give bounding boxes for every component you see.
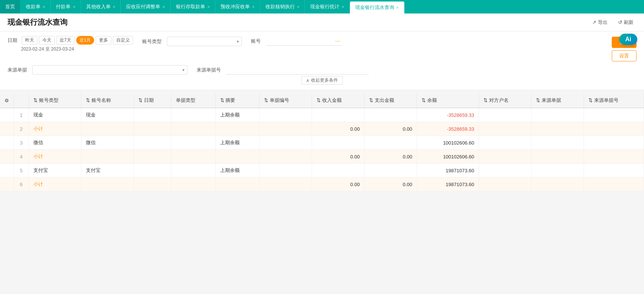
export-button[interactable]: ↗ 导出 xyxy=(589,18,611,27)
nav-bank-deposit[interactable]: 银行存取款单 × xyxy=(171,0,215,13)
data-table: ⚙ ⇅ 账号类型 ⇅ 账号名称 ⇅ 日期 单据类型 ⇅ xyxy=(0,93,644,191)
close-other-income-icon[interactable]: × xyxy=(113,4,115,9)
col-source-doc[interactable]: ⇅ 来源单据 xyxy=(531,93,584,108)
close-shoukuan-icon[interactable]: × xyxy=(43,4,45,9)
col-doc-type: 单据类型 xyxy=(171,93,216,108)
header-actions: ↗ 导出 ↺ 刷新 xyxy=(589,18,636,27)
source-filter-row: 来源单据 来源单据号 xyxy=(8,65,636,75)
account-input[interactable] xyxy=(266,37,333,45)
row-date xyxy=(134,164,171,178)
row-counterpart xyxy=(479,136,531,150)
collapse-button[interactable]: ∧ 收起更多条件 xyxy=(301,76,343,85)
col-income[interactable]: ⇅ 收入金额 xyxy=(312,93,365,108)
row-num: 1 xyxy=(14,108,29,122)
col-account-name[interactable]: ⇅ 账号名称 xyxy=(81,93,134,108)
nav-advance[interactable]: 预收冲应收单 × xyxy=(215,0,260,13)
refresh-icon: ↺ xyxy=(618,19,622,25)
row-account-type: 支付宝 xyxy=(29,164,81,178)
settings-button[interactable]: 设置 xyxy=(612,50,636,61)
close-bank-deposit-icon[interactable]: × xyxy=(207,4,210,9)
nav-cash-stats[interactable]: 现金银行统计 × xyxy=(305,0,350,13)
col-num xyxy=(14,93,29,108)
row-expense: 0.00 xyxy=(365,122,417,136)
row-doc-num xyxy=(260,108,312,122)
nav-collection[interactable]: 收款核销执行 × xyxy=(260,0,305,13)
close-fukuan-icon[interactable]: × xyxy=(73,4,75,9)
close-advance-icon[interactable]: × xyxy=(252,4,254,9)
row-source-doc-num xyxy=(584,108,644,122)
row-counterpart xyxy=(479,178,531,191)
col-account-type[interactable]: ⇅ 账号类型 xyxy=(29,93,81,108)
col-balance[interactable]: ⇅ 余额 xyxy=(417,93,479,108)
row-num: 3 xyxy=(14,136,29,150)
account-dots-button[interactable]: ··· xyxy=(333,38,341,45)
row-doc-type xyxy=(171,178,216,191)
row-account-name: 微信 xyxy=(81,136,134,150)
row-num: 4 xyxy=(14,150,29,164)
date-more[interactable]: 更多 xyxy=(96,36,111,45)
table-row: 4 小计 0.00 0.00 100102606.60 xyxy=(0,150,644,164)
nav-adjustment[interactable]: 应收应付调整单 × xyxy=(121,0,170,13)
row-source-doc xyxy=(531,178,584,191)
row-num: 5 xyxy=(14,164,29,178)
col-expense[interactable]: ⇅ 支出金额 xyxy=(365,93,417,108)
col-date[interactable]: ⇅ 日期 xyxy=(134,93,171,108)
col-doc-num[interactable]: ⇅ 单据编号 xyxy=(260,93,312,108)
ai-badge[interactable]: Ai xyxy=(619,34,637,45)
row-gear xyxy=(0,164,14,178)
table-container: ⚙ ⇅ 账号类型 ⇅ 账号名称 ⇅ 日期 单据类型 ⇅ xyxy=(0,93,644,191)
account-type-select[interactable] xyxy=(167,37,242,46)
col-summary[interactable]: ⇅ 摘要 xyxy=(215,93,260,108)
row-source-doc xyxy=(531,122,584,136)
row-gear xyxy=(0,136,14,150)
row-expense xyxy=(365,136,417,150)
row-date xyxy=(134,136,171,150)
source-doc-label: 来源单据 xyxy=(8,67,27,73)
row-summary: 上期余额 xyxy=(215,164,260,178)
col-source-doc-num[interactable]: ⇅ 来源单据号 xyxy=(584,93,644,108)
row-source-doc xyxy=(531,108,584,122)
nav-fukuan[interactable]: 付款单 × xyxy=(51,0,81,13)
nav-other-income[interactable]: 其他收入单 × xyxy=(81,0,121,13)
row-doc-type xyxy=(171,122,216,136)
source-doc-num-input[interactable] xyxy=(226,66,369,75)
close-cash-flow-icon[interactable]: × xyxy=(396,5,399,10)
row-balance: -3528659.33 xyxy=(417,108,479,122)
nav-home[interactable]: 首页 xyxy=(0,0,21,13)
row-balance: 100102606.60 xyxy=(417,136,479,150)
date-7days[interactable]: 近7天 xyxy=(56,36,75,45)
row-expense: 0.00 xyxy=(365,150,417,164)
row-date xyxy=(134,108,171,122)
row-account-name: 现金 xyxy=(81,108,134,122)
row-num: 6 xyxy=(14,178,29,191)
date-1month[interactable]: 近1月 xyxy=(76,36,95,45)
row-source-doc xyxy=(531,164,584,178)
row-account-type: 小计 xyxy=(29,122,81,136)
row-source-doc-num xyxy=(584,150,644,164)
export-icon: ↗ xyxy=(592,19,596,25)
row-gear xyxy=(0,178,14,191)
row-account-name xyxy=(81,150,134,164)
nav-cash-flow[interactable]: 现金银行流水查询 × xyxy=(350,1,404,13)
row-source-doc xyxy=(531,136,584,150)
nav-shoukuan[interactable]: 收款单 × xyxy=(21,0,51,13)
row-balance: 19871073.60 xyxy=(417,164,479,178)
page-title: 现金银行流水查询 xyxy=(8,17,68,27)
close-cash-stats-icon[interactable]: × xyxy=(342,4,344,9)
date-custom[interactable]: 自定义 xyxy=(113,36,133,45)
refresh-button[interactable]: ↺ 刷新 xyxy=(615,18,636,27)
close-adjustment-icon[interactable]: × xyxy=(162,4,165,9)
row-date xyxy=(134,150,171,164)
col-counterpart[interactable]: ⇅ 对方户名 xyxy=(479,93,531,108)
source-doc-select[interactable] xyxy=(32,65,188,75)
row-income xyxy=(312,136,365,150)
row-doc-type xyxy=(171,150,216,164)
row-gear xyxy=(0,150,14,164)
row-summary: 上期余额 xyxy=(215,108,260,122)
page-header: 现金银行流水查询 ↗ 导出 ↺ 刷新 xyxy=(0,13,644,31)
date-today[interactable]: 今天 xyxy=(39,36,55,45)
table-row: 3 微信 微信 上期余额 100102606.60 xyxy=(0,136,644,150)
date-yesterday[interactable]: 昨天 xyxy=(22,36,38,45)
col-gear[interactable]: ⚙ xyxy=(0,93,14,108)
close-collection-icon[interactable]: × xyxy=(297,4,299,9)
